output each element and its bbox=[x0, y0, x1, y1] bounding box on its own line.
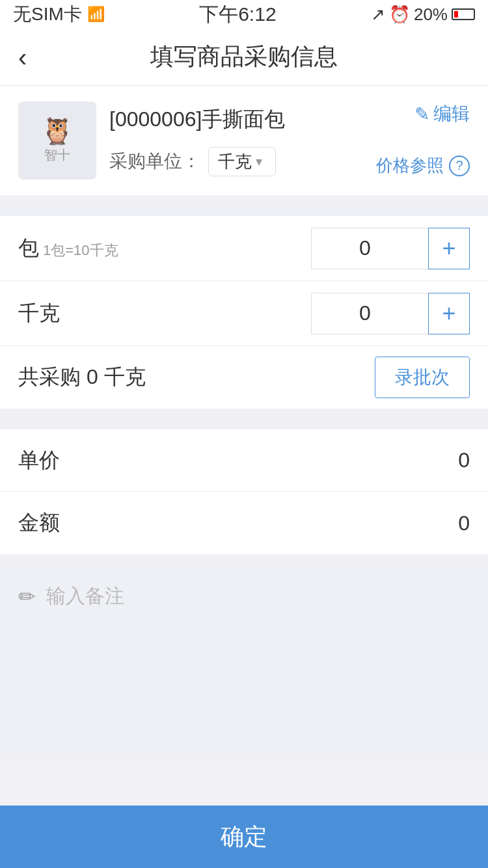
bao-sublabel: 1包=10千克 bbox=[43, 242, 118, 258]
kg-input-wrapper: + bbox=[311, 293, 470, 334]
bao-input[interactable] bbox=[311, 228, 428, 269]
confirm-button[interactable]: 确定 bbox=[0, 806, 488, 868]
brand-label: 智十 bbox=[44, 146, 70, 164]
product-card: 🦉 智十 [0000006]手撕面包 采购单位： 千克 ✎ 编辑 价格参照 ? bbox=[0, 86, 488, 195]
brand-logo-icon: 🦉 bbox=[41, 118, 74, 144]
remark-placeholder: 输入备注 bbox=[46, 583, 124, 610]
section-divider-2 bbox=[0, 409, 488, 419]
unit-value: 千克 bbox=[218, 150, 252, 173]
kg-label: 千克 bbox=[18, 299, 122, 328]
wifi-icon: 📶 bbox=[87, 6, 105, 23]
unit-price-label: 单价 bbox=[18, 446, 458, 475]
back-button[interactable]: ‹ bbox=[18, 44, 27, 70]
nav-bar: ‹ 填写商品采购信息 bbox=[0, 29, 488, 86]
status-right: ↗ ⏰ 20% bbox=[371, 5, 475, 25]
amount-row: 金额 0 bbox=[0, 492, 488, 554]
bottom-space bbox=[0, 628, 488, 758]
edit-label: 编辑 bbox=[433, 102, 470, 126]
battery-percent: 20% bbox=[414, 5, 448, 25]
bao-plus-button[interactable]: + bbox=[428, 228, 470, 269]
battery-icon bbox=[452, 8, 475, 20]
price-section: 单价 0 金额 0 bbox=[0, 429, 488, 554]
alarm-icon: ⏰ bbox=[389, 5, 410, 25]
plus-icon-2: + bbox=[442, 300, 455, 327]
summary-row: 共采购 0 千克 录批次 bbox=[0, 346, 488, 409]
amount-value: 0 bbox=[458, 511, 470, 536]
kg-input[interactable] bbox=[311, 293, 428, 334]
amount-label: 金额 bbox=[18, 509, 458, 537]
unit-select[interactable]: 千克 bbox=[208, 147, 276, 176]
sim-text: 无SIM卡 bbox=[13, 2, 82, 27]
kg-plus-button[interactable]: + bbox=[428, 293, 470, 334]
pencil-icon: ✏ bbox=[18, 584, 36, 609]
edit-button[interactable]: ✎ 编辑 bbox=[414, 102, 470, 126]
plus-icon: + bbox=[442, 235, 455, 262]
remark-section[interactable]: ✏ 输入备注 bbox=[0, 565, 488, 628]
summary-text: 共采购 0 千克 bbox=[18, 363, 375, 392]
edit-icon: ✎ bbox=[414, 103, 429, 125]
unit-price-value: 0 bbox=[458, 448, 470, 472]
bao-input-row: 包1包=10千克 + bbox=[0, 216, 488, 281]
kg-input-row: 千克 + bbox=[0, 281, 488, 346]
bao-input-wrapper: + bbox=[311, 228, 470, 269]
help-icon: ? bbox=[449, 156, 470, 176]
unit-price-row: 单价 0 bbox=[0, 429, 488, 492]
status-left: 无SIM卡 📶 bbox=[13, 2, 105, 27]
product-image: 🦉 智十 bbox=[18, 102, 96, 180]
status-time: 下午6:12 bbox=[199, 1, 276, 28]
status-bar: 无SIM卡 📶 下午6:12 ↗ ⏰ 20% bbox=[0, 0, 488, 29]
page-title: 填写商品采购信息 bbox=[150, 41, 338, 73]
section-divider-1 bbox=[0, 206, 488, 216]
batch-button[interactable]: 录批次 bbox=[375, 357, 470, 398]
location-icon: ↗ bbox=[371, 5, 385, 25]
bao-label: 包1包=10千克 bbox=[18, 234, 122, 263]
unit-label: 采购单位： bbox=[109, 149, 200, 174]
input-section: 包1包=10千克 + 千克 + bbox=[0, 216, 488, 346]
price-ref-label: 价格参照 bbox=[376, 154, 444, 177]
price-ref-button[interactable]: 价格参照 ? bbox=[376, 154, 470, 177]
